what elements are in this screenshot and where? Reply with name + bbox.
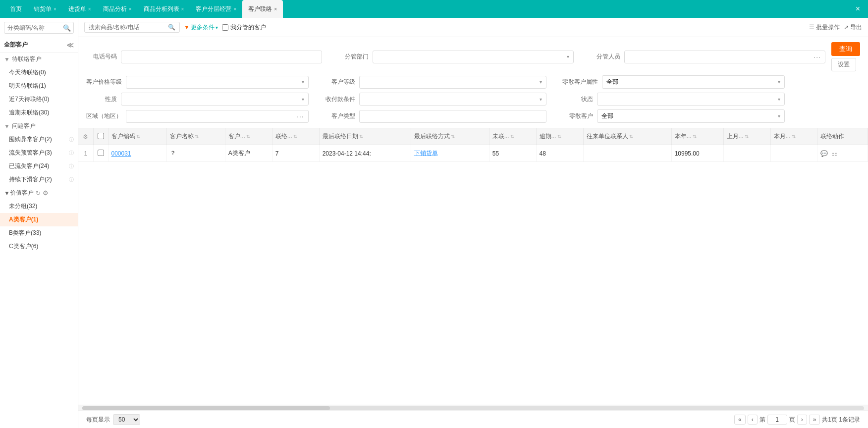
sidebar-item-lost-warning[interactable]: 流失预警客户(3) ⓘ: [0, 146, 78, 160]
prev-page-button[interactable]: ‹: [748, 415, 758, 425]
sidebar-item-a-class[interactable]: A类客户(1): [0, 213, 78, 226]
filter-search-icon[interactable]: 🔍: [168, 24, 175, 31]
staff-dots-icon: ···: [814, 53, 821, 61]
table-row: 1 000031 ？ A类客户: [78, 145, 868, 162]
customer-type-input[interactable]: [359, 110, 547, 123]
all-customers-header[interactable]: 全部客户 ≪: [0, 38, 78, 53]
customer-name-cell[interactable]: ？: [166, 145, 225, 162]
customer-level-input[interactable]: ▾: [359, 76, 547, 89]
row-checkbox-cell: [93, 145, 108, 162]
sidebar-item-unclassified[interactable]: 未分组(32): [0, 200, 78, 213]
settings-value-icon[interactable]: ⚙: [43, 189, 49, 197]
last-date-col-header[interactable]: 最后联络日期 ⇅: [319, 128, 411, 145]
filter-row-2: 客户价格等级 ▾ 客户等级 ▾ 零散客户属性: [86, 75, 860, 89]
sidebar-item-overdue[interactable]: 逾期未联络(30): [0, 106, 78, 119]
close-contact-tab[interactable]: ×: [274, 6, 277, 12]
last-page-button[interactable]: »: [809, 415, 820, 425]
problem-customers-section[interactable]: ▼ 问题客户: [0, 119, 78, 133]
export-button[interactable]: ↗ 导出: [844, 23, 862, 32]
code-col-header[interactable]: 客户编码 ⇅: [108, 128, 166, 145]
close-product-analysis-tab[interactable]: ×: [129, 6, 132, 12]
sidebar-item-declining[interactable]: 持续下滑客户(2) ⓘ: [0, 173, 78, 186]
last-month-col-header[interactable]: 上月... ⇅: [723, 128, 770, 145]
price-level-cell: 客户价格等级 ▾: [86, 76, 309, 89]
search-icon[interactable]: 🔍: [63, 24, 71, 32]
close-sales-tab[interactable]: ×: [54, 6, 56, 12]
name-sort-icon: ⇅: [195, 134, 199, 139]
sidebar-item-7days[interactable]: 近7天待联络(0): [0, 93, 78, 106]
dept-down-icon: ▾: [567, 54, 569, 59]
retail-attr-input[interactable]: 全部 ▾: [602, 75, 785, 89]
value-customers-section[interactable]: ▼ 价值客户 ↻ ⚙: [0, 186, 78, 200]
select-all-checkbox[interactable]: [98, 133, 104, 139]
nature-cell: 性质 ▾: [86, 93, 309, 106]
batch-ops-button[interactable]: ☰ 批量操作: [809, 23, 840, 32]
sidebar-item-lost[interactable]: 已流失客户(24) ⓘ: [0, 160, 78, 173]
notcon-sort-icon: ⇅: [510, 134, 514, 139]
nav-purchase[interactable]: 进货单 ×: [62, 0, 97, 18]
page-size-select[interactable]: 50 100 200: [113, 414, 140, 425]
my-customers-checkbox[interactable]: [222, 24, 228, 31]
customer-search-input[interactable]: [89, 24, 168, 31]
nav-product-list[interactable]: 商品分析列表 ×: [138, 0, 190, 18]
pending-contact-section[interactable]: ▼ 待联络客户: [0, 53, 78, 66]
sidebar-item-hoarding[interactable]: 囤购异常客户(2) ⓘ: [0, 133, 78, 146]
type-col-header[interactable]: 客户... ⇅: [225, 128, 272, 145]
my-customers-checkbox-label[interactable]: 我分管的客户: [222, 23, 266, 32]
close-purchase-tab[interactable]: ×: [88, 6, 91, 12]
close-product-list-tab[interactable]: ×: [181, 6, 184, 12]
pagination: « ‹ 第 页 › » 共1页 1条记录: [734, 415, 860, 425]
page-number-input[interactable]: [767, 415, 787, 425]
this-year-col-header[interactable]: 本年... ⇅: [671, 128, 723, 145]
horizontal-scrollbar[interactable]: [78, 405, 868, 411]
nav-sales[interactable]: 销货单 ×: [28, 0, 62, 18]
last-method-cell[interactable]: 下销货单: [411, 145, 489, 162]
phone-input[interactable]: [121, 51, 322, 63]
query-button[interactable]: 查询: [831, 42, 860, 56]
not-contacted-col-header[interactable]: 未联... ⇅: [489, 128, 536, 145]
payment-input[interactable]: ▾: [359, 93, 547, 106]
retail-input[interactable]: 全部 ▾: [597, 109, 785, 123]
nav-home[interactable]: 首页: [4, 0, 28, 18]
close-segment-tab[interactable]: ×: [233, 6, 236, 12]
company-contact-col-header[interactable]: 往来单位联系人 ⇅: [583, 128, 671, 145]
next-page-button[interactable]: ›: [797, 415, 807, 425]
customer-table: ⚙ 客户编码 ⇅ 客户名称: [78, 128, 868, 162]
settings-col-header[interactable]: ⚙: [78, 128, 93, 145]
customer-code-cell[interactable]: 000031: [108, 145, 166, 162]
region-input[interactable]: ···: [126, 110, 309, 123]
settings-button[interactable]: 设置: [831, 58, 856, 71]
more-filters-button[interactable]: ▼ 更多条件 ▾: [184, 23, 218, 32]
scroll-thumb[interactable]: [82, 406, 330, 410]
info-icon-3: ⓘ: [69, 163, 74, 170]
nav-customer-segment[interactable]: 客户分层经营 ×: [190, 0, 242, 18]
checkbox-col-header[interactable]: [93, 128, 108, 145]
scroll-track: [82, 406, 864, 410]
nav-product-analysis[interactable]: 商品分析 ×: [97, 0, 138, 18]
name-col-header[interactable]: 客户名称 ⇅: [166, 128, 225, 145]
this-month-col-header[interactable]: 本月... ⇅: [770, 128, 817, 145]
more-action-icon[interactable]: ⚏: [832, 150, 837, 157]
sidebar-item-tomorrow[interactable]: 明天待联络(1): [0, 79, 78, 93]
row-checkbox[interactable]: [98, 150, 104, 156]
first-page-button[interactable]: «: [734, 415, 746, 425]
overdue-col-header[interactable]: 逾期... ⇅: [536, 128, 583, 145]
price-level-input[interactable]: ▾: [126, 76, 309, 89]
nav-customer-contact[interactable]: 客户联络 ×: [242, 0, 283, 18]
last-method-col-header[interactable]: 最后联络方式 ⇅: [411, 128, 489, 145]
dept-input[interactable]: ▾: [373, 51, 574, 63]
method-sort-icon: ⇅: [451, 134, 455, 139]
sidebar-item-c-class[interactable]: C类客户(6): [0, 240, 78, 253]
contact-count-col-header[interactable]: 联络... ⇅: [272, 128, 319, 145]
sidebar-item-today[interactable]: 今天待联络(0): [0, 66, 78, 79]
sidebar-collapse-button[interactable]: ≪: [66, 41, 74, 49]
window-close-button[interactable]: ×: [852, 4, 864, 13]
overdue-cell: 48: [536, 145, 583, 162]
staff-input[interactable]: ···: [624, 51, 825, 63]
sidebar-item-b-class[interactable]: B类客户(33): [0, 226, 78, 240]
contact-action-icon[interactable]: 💬: [820, 150, 828, 157]
action-cell: 💬 ⚏: [817, 145, 868, 162]
refresh-icon[interactable]: ↻: [36, 190, 41, 197]
nature-input[interactable]: ▾: [121, 93, 309, 106]
status-input[interactable]: ▾: [597, 93, 785, 106]
